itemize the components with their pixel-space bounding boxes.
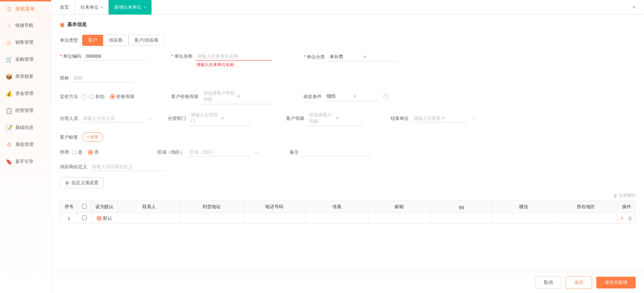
col-checkbox [78,201,91,213]
radio-price-level-circle [110,94,115,99]
col-seq: 序号 [60,201,78,213]
row-checkbox[interactable] [81,215,88,220]
col-phone: 电话号码 [243,201,306,213]
manager-row: 分管人员 ··· 分管部门 请输入分管部门 ▼ 客户等级 [60,111,636,126]
payment-terms-select[interactable]: 现结 ▼ [324,92,380,101]
tab-partner-label: 往来单位 [80,4,99,10]
sidebar-item-quick-nav[interactable]: ⌂ 快捷导航 [0,17,51,34]
tab-home[interactable]: 首页 [54,0,75,15]
row-region [555,213,617,224]
sidebar-item-operations[interactable]: 📋 经营管理 [0,102,51,119]
system-icon: ⚙ [6,141,13,148]
save-button[interactable]: 保存 [566,276,592,289]
department-select[interactable]: 请输入分管部门 ▼ [189,111,251,126]
row-qq-input[interactable] [433,216,489,221]
customer-level-placeholder: 请选择客户等级 [309,112,334,124]
manager-input[interactable] [81,114,143,123]
custom-settings-wrapper: ⚙ 自定义项设置 [60,177,636,188]
sidebar-item-purchase[interactable]: 🛒 采购管理 [0,51,51,68]
sidebar-search[interactable]: ☰ 搜索菜单 [0,1,51,17]
remark-input[interactable] [301,148,371,156]
btn-both[interactable]: 客户/供应商 [128,35,164,46]
row-add-button[interactable]: + [620,215,623,221]
department-placeholder: 请输入分管部门 [191,112,219,124]
row-region-input[interactable] [558,216,614,221]
unit-category-value: 未分类 [330,54,362,60]
row-seq: 1 [60,213,78,224]
sidebar-item-label: 新手引导 [15,158,33,165]
save-new-button[interactable]: 保存并新增 [596,277,636,288]
radio-no[interactable]: 否 [88,149,99,155]
manager-label: 分管人员 [60,115,78,122]
customer-price-level-arrow: ▼ [237,94,269,98]
disabled-radio-group: 是 否 [72,149,99,155]
supplier-custom-input[interactable] [90,163,166,171]
guide-icon: 🔖 [6,158,13,165]
row-email-input[interactable] [371,216,427,221]
col-wechat: 微信 [492,201,555,213]
customer-price-level-select[interactable]: 请选择客户价格等级 ▼ [201,89,271,104]
row-default-radio[interactable]: 默认 [94,215,115,221]
sidebar-item-inventory[interactable]: 📦 库存核算 [0,68,51,85]
row-fax-input[interactable] [309,216,365,221]
radio-price-level-label: 价格等级 [116,93,134,100]
radio-no-circle [88,150,93,155]
row-wechat-input[interactable] [495,216,552,221]
sidebar-item-sales[interactable]: ◎ 销售管理 [0,34,51,51]
custom-settings-button[interactable]: ⚙ 自定义项设置 [60,177,104,188]
tab-new-partner-close[interactable]: × [143,5,146,9]
sidebar-item-guide[interactable]: 🔖 新手引导 [0,153,51,170]
batch-delete-button[interactable]: 🗑 批量删除 [60,193,636,198]
row-default-cell: 默认 [91,213,118,224]
region-input[interactable] [187,148,250,156]
row-action: + 🗑 [618,213,636,224]
sidebar-item-label: 系统管理 [15,141,33,148]
customer-level-select[interactable]: 请选择客户等级 ▼ [307,111,363,126]
customer-level-arrow: ▼ [336,116,361,120]
col-email: 邮箱 [368,201,430,213]
payment-terms-value: 现结 [327,93,352,99]
section-title-icon: ▣ [60,22,64,27]
payment-terms-help-icon[interactable]: ? [383,94,388,99]
select-all-checkbox[interactable] [82,204,87,209]
radio-yes[interactable]: 是 [72,149,83,155]
short-name-input[interactable] [72,74,134,82]
manager-more-icon[interactable]: ··· [148,116,152,121]
tab-new-partner[interactable]: 新增往来单位 × [109,0,151,15]
row-phone-input[interactable] [246,216,303,221]
radio-yes-label: 是 [78,149,83,155]
radio-price-level[interactable]: 价格等级 [110,93,134,100]
sidebar-item-label: 库存核算 [15,73,33,80]
row-contact [118,213,181,224]
pricing-help-icon[interactable]: ? [81,94,86,99]
sidebar-item-label: 基础信息 [15,124,33,131]
row-contact-input[interactable] [121,216,178,221]
close-all-tabs[interactable]: × [627,0,641,15]
tab-partner-close[interactable]: × [101,5,103,9]
tab-bar: 首页 往来单位 × 新增往来单位 × × [52,0,644,15]
unit-code-input[interactable] [84,52,147,60]
department-label: 分管部门 [168,115,186,122]
sidebar-item-system[interactable]: ⚙ 系统管理 [0,136,51,153]
customer-tag-label: 客户标签 [60,134,78,140]
radio-discount-label: 折扣 [95,93,104,100]
unit-type-row: 单位类型 客户 供应商 客户/供应商 [60,35,636,46]
sidebar-item-basic-info[interactable]: 📝 基础信息 [0,119,51,136]
unit-category-select[interactable]: 未分类 ▼ [328,52,397,62]
region-more-icon[interactable]: ··· [254,149,258,155]
unit-name-input[interactable] [195,52,272,60]
settlement-more-icon[interactable]: ··· [471,116,476,121]
settlement-unit-input[interactable] [411,114,467,123]
add-tag-button[interactable]: + 标签 [82,132,103,142]
btn-supplier[interactable]: 供应商 [103,35,128,46]
sidebar-item-finance[interactable]: 💰 资金管理 [0,85,51,102]
row-address-input[interactable] [183,216,240,221]
inventory-icon: 📦 [6,73,13,80]
cancel-button[interactable]: 取消 [535,276,561,289]
btn-customer[interactable]: 客户 [82,35,103,46]
radio-discount[interactable]: 折扣 [89,93,104,100]
row-checkbox-cell [78,213,91,224]
section-title: ▣ 基本信息 [60,22,636,28]
row-delete-button[interactable]: 🗑 [628,215,633,221]
tab-partner[interactable]: 往来单位 × [75,0,109,15]
